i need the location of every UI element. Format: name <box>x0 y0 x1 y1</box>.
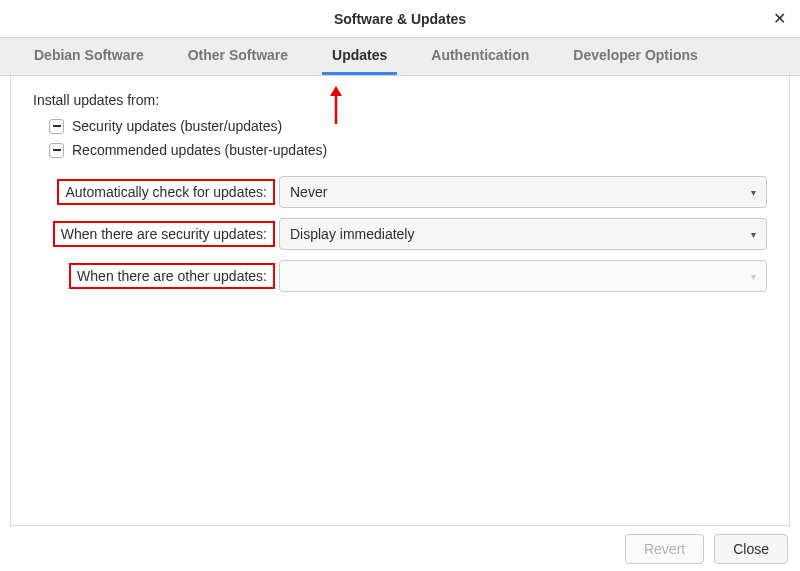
tab-updates[interactable]: Updates <box>322 38 397 75</box>
combo-value: Display immediately <box>290 226 414 242</box>
button-label: Revert <box>644 541 685 557</box>
other-updates-combo: ▾ <box>279 260 767 292</box>
footer: Revert Close <box>0 526 800 571</box>
highlight-box: When there are security updates: <box>53 221 275 248</box>
install-from-label: Install updates from: <box>33 92 767 108</box>
tab-other-software[interactable]: Other Software <box>178 38 298 75</box>
checkbox-security-updates[interactable] <box>49 119 64 134</box>
dash-icon <box>53 125 61 127</box>
security-updates-row: When there are security updates: Display… <box>33 218 767 250</box>
other-updates-label: When there are other updates: <box>33 263 279 290</box>
tab-authentication[interactable]: Authentication <box>421 38 539 75</box>
tab-bar: Debian Software Other Software Updates A… <box>0 38 800 76</box>
auto-check-combo[interactable]: Never ▾ <box>279 176 767 208</box>
combo-value: Never <box>290 184 327 200</box>
security-updates-label: When there are security updates: <box>33 221 279 248</box>
highlight-box: When there are other updates: <box>69 263 275 290</box>
tab-label: Authentication <box>431 47 529 63</box>
source-recommended-row: Recommended updates (buster-updates) <box>49 142 767 158</box>
source-security-row: Security updates (buster/updates) <box>49 118 767 134</box>
close-button[interactable]: Close <box>714 534 788 564</box>
tab-label: Other Software <box>188 47 288 63</box>
titlebar: Software & Updates ✕ <box>0 0 800 38</box>
dash-icon <box>53 149 61 151</box>
window-title: Software & Updates <box>334 11 466 27</box>
settings-area: Automatically check for updates: Never ▾… <box>33 176 767 292</box>
chevron-down-icon: ▾ <box>751 271 756 282</box>
tab-label: Updates <box>332 47 387 63</box>
checkbox-recommended-updates[interactable] <box>49 143 64 158</box>
tab-developer-options[interactable]: Developer Options <box>563 38 707 75</box>
source-label: Recommended updates (buster-updates) <box>72 142 327 158</box>
highlight-box: Automatically check for updates: <box>57 179 275 206</box>
button-label: Close <box>733 541 769 557</box>
source-label: Security updates (buster/updates) <box>72 118 282 134</box>
revert-button: Revert <box>625 534 704 564</box>
auto-check-row: Automatically check for updates: Never ▾ <box>33 176 767 208</box>
other-updates-row: When there are other updates: ▾ <box>33 260 767 292</box>
content-area: Install updates from: Security updates (… <box>10 76 790 526</box>
auto-check-label: Automatically check for updates: <box>33 179 279 206</box>
security-updates-combo[interactable]: Display immediately ▾ <box>279 218 767 250</box>
tab-label: Developer Options <box>573 47 697 63</box>
tab-debian-software[interactable]: Debian Software <box>24 38 154 75</box>
chevron-down-icon: ▾ <box>751 229 756 240</box>
chevron-down-icon: ▾ <box>751 187 756 198</box>
tab-label: Debian Software <box>34 47 144 63</box>
close-icon[interactable]: ✕ <box>769 7 790 31</box>
